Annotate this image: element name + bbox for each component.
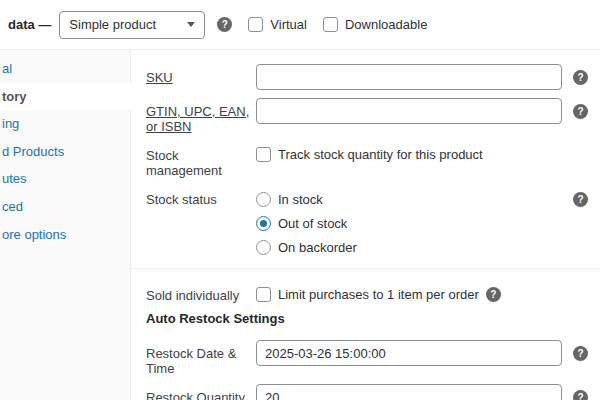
- inventory-panel: SKU ? GTIN, UPC, EAN, or ISBN ? Stock ma…: [131, 50, 600, 400]
- in-stock-radio[interactable]: [256, 192, 271, 207]
- sidebar-item-get-more-options[interactable]: ore options: [0, 221, 130, 249]
- on-backorder-radio[interactable]: [256, 240, 271, 255]
- sku-fields: ?: [256, 64, 588, 90]
- stock-management-checkbox-group: Track stock quantity for this product: [256, 142, 483, 162]
- limit-purchases-checkbox[interactable]: [256, 287, 271, 302]
- stock-management-label: Stock management: [146, 142, 256, 178]
- help-icon[interactable]: ?: [573, 390, 588, 400]
- virtual-checkbox-group: Virtual: [248, 17, 307, 32]
- stock-management-row: Stock management Track stock quantity fo…: [146, 142, 588, 178]
- help-icon[interactable]: ?: [573, 192, 588, 207]
- sold-individually-label: Sold individually: [146, 282, 256, 303]
- sku-label: SKU: [146, 64, 256, 85]
- help-icon[interactable]: ?: [486, 287, 501, 302]
- downloadable-checkbox[interactable]: [323, 17, 338, 32]
- sidebar-item-linked-products[interactable]: d Products: [0, 138, 130, 166]
- sold-individually-row: Sold individually Limit purchases to 1 i…: [146, 282, 588, 303]
- out-of-stock-radio[interactable]: [256, 216, 271, 231]
- stock-status-label: Stock status: [146, 186, 256, 207]
- sold-individually-checkbox-group: Limit purchases to 1 item per order ?: [256, 282, 501, 302]
- stock-status-row: Stock status In stock Out of stock On ba…: [146, 186, 588, 255]
- virtual-checkbox[interactable]: [248, 17, 263, 32]
- restock-quantity-input[interactable]: [256, 384, 562, 400]
- out-of-stock-label: Out of stock: [278, 216, 347, 231]
- restock-datetime-fields: ?: [256, 340, 588, 366]
- stock-management-fields: Track stock quantity for this product: [256, 142, 588, 162]
- product-type-selected-value: Simple product: [69, 17, 156, 32]
- help-icon[interactable]: ?: [573, 70, 588, 85]
- sold-individually-fields: Limit purchases to 1 item per order ?: [256, 282, 588, 302]
- in-stock-label: In stock: [278, 192, 323, 207]
- track-stock-label: Track stock quantity for this product: [278, 147, 483, 162]
- product-data-tabs: al tory ing d Products utes ced ore opti…: [0, 50, 131, 400]
- help-icon[interactable]: ?: [217, 17, 232, 32]
- restock-quantity-label: Restock Quantity: [146, 384, 256, 400]
- limit-purchases-label: Limit purchases to 1 item per order: [278, 287, 479, 302]
- sidebar-item-general[interactable]: al: [0, 55, 130, 83]
- help-icon[interactable]: ?: [573, 346, 588, 361]
- downloadable-label: Downloadable: [345, 17, 427, 32]
- stock-status-option-in-stock[interactable]: In stock: [256, 192, 357, 207]
- product-type-select[interactable]: Simple product: [59, 11, 205, 39]
- gtin-label: GTIN, UPC, EAN, or ISBN: [146, 98, 256, 134]
- product-data-title: data —: [8, 17, 51, 32]
- downloadable-checkbox-group: Downloadable: [323, 17, 427, 32]
- gtin-row: GTIN, UPC, EAN, or ISBN ?: [146, 98, 588, 134]
- restock-quantity-row: Restock Quantity ?: [146, 384, 588, 400]
- gtin-fields: ?: [256, 98, 588, 124]
- sidebar-item-advanced[interactable]: ced: [0, 193, 130, 221]
- track-stock-checkbox[interactable]: [256, 147, 271, 162]
- sku-row: SKU ?: [146, 64, 588, 90]
- restock-quantity-fields: ?: [256, 384, 588, 400]
- product-data-toolbar: data — Simple product ? Virtual Download…: [0, 0, 600, 50]
- help-icon[interactable]: ?: [573, 104, 588, 119]
- restock-datetime-input[interactable]: [256, 340, 562, 366]
- on-backorder-label: On backorder: [278, 240, 357, 255]
- sidebar-item-attributes[interactable]: utes: [0, 165, 130, 193]
- stock-status-fields: In stock Out of stock On backorder ?: [256, 186, 588, 255]
- auto-restock-heading: Auto Restock Settings: [146, 311, 588, 326]
- restock-datetime-label: Restock Date & Time: [146, 340, 256, 376]
- gtin-input[interactable]: [256, 98, 562, 124]
- divider: [131, 268, 600, 269]
- chevron-down-icon: [187, 22, 195, 27]
- stock-status-option-on-backorder[interactable]: On backorder: [256, 240, 357, 255]
- virtual-label: Virtual: [270, 17, 307, 32]
- product-data-panel: al tory ing d Products utes ced ore opti…: [0, 50, 600, 400]
- stock-status-option-out-of-stock[interactable]: Out of stock: [256, 216, 357, 231]
- stock-status-radio-group: In stock Out of stock On backorder: [256, 186, 357, 255]
- restock-datetime-row: Restock Date & Time ?: [146, 340, 588, 376]
- sku-input[interactable]: [256, 64, 562, 90]
- sidebar-item-inventory[interactable]: tory: [0, 83, 131, 111]
- sidebar-item-shipping[interactable]: ing: [0, 110, 130, 138]
